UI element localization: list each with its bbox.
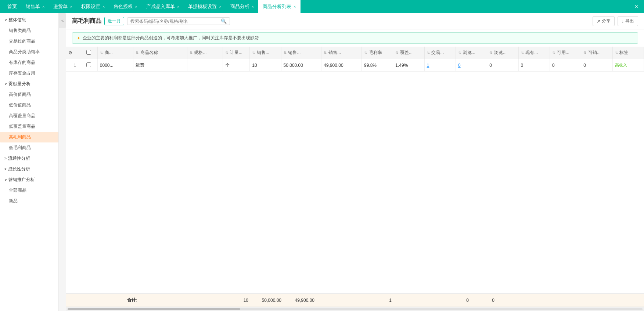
nav-item-角色授权[interactable]: 角色授权× [109,0,141,13]
scrollbar-track [68,308,643,310]
sidebar-group-成长性分析[interactable]: >成长性分析 [0,164,58,174]
sidebar-group-贡献量分析[interactable]: ∨贡献量分析 [0,79,58,89]
col-header-1[interactable]: ⇅ 商品名称 [133,47,187,59]
sidebar-item-全部商品[interactable]: 全部商品 [0,185,58,196]
col-header-5[interactable]: ⇅ 销售... [281,47,321,59]
sidebar-item-高覆盖量商品[interactable]: 高覆盖量商品 [0,111,58,121]
expand-arrow-icon: > [4,156,7,160]
sidebar-item-低价值商品[interactable]: 低价值商品 [0,100,58,111]
table-settings-col[interactable]: ⚙ [66,47,84,59]
footer-available: 0 [469,298,494,303]
nav-item-商品分析[interactable]: 商品分析× [226,0,258,13]
col-header-6[interactable]: ⇅ 销售... [321,47,362,59]
nav-close-销售单[interactable]: × [42,4,44,9]
sort-icon: ⇅ [252,51,256,55]
nav-item-销售单[interactable]: 销售单× [21,0,49,13]
row-number: 1 [66,59,84,72]
sidebar-item-销售类商品[interactable]: 销售类商品 [0,25,58,36]
col-header-9[interactable]: ⇅ 交易... [424,47,456,59]
share-icon: ↗ [597,19,600,24]
sidebar-item-高价值商品[interactable]: 高价值商品 [0,89,58,100]
period-button[interactable]: 近一月 [104,17,124,25]
sidebar-item-商品分类助销率[interactable]: 商品分类助销率 [0,47,58,57]
sidebar-collapse-button[interactable]: « [59,13,66,28]
sidebar-item-新品[interactable]: 新品 [0,196,58,206]
product-name: 运费 [133,59,187,72]
table-row: 10000...运费个1050,000.0049,900.0099.8%1.49… [66,59,644,72]
browse1: 0 [456,59,487,72]
nav-item-首页[interactable]: 首页 [3,0,21,13]
nav-item-商品分析列表[interactable]: 商品分析列表× [258,0,300,13]
sidebar-item-交易过的商品[interactable]: 交易过的商品 [0,36,58,47]
expand-arrow-icon: ∨ [4,82,7,86]
sales-amount: 50,000.00 [281,59,321,72]
export-icon: ↓ [622,19,624,24]
footer-label: 合计: [127,297,171,303]
nav-close-单据模板设置[interactable]: × [219,4,221,9]
info-banner: ✦ 企业的主要的利润都是这部分商品创造的，可考虑加大推广，同时关注库存是不要出现… [72,32,638,44]
sidebar-item-低毛利商品[interactable]: 低毛利商品 [0,142,58,153]
sidebar-item-低覆盖量商品[interactable]: 低覆盖量商品 [0,121,58,132]
sidebar-item-库存资金占用[interactable]: 库存资金占用 [0,68,58,79]
nav-close-角色授权[interactable]: × [135,4,137,9]
sidebar-group-营销推广分析[interactable]: ∨营销推广分析 [0,174,58,185]
col-header-7[interactable]: ⇅ 毛利率 [361,47,393,59]
sort-icon: ⇅ [100,51,104,55]
col-header-8[interactable]: ⇅ 覆盖... [393,47,424,59]
col-header-12[interactable]: ⇅ 现有... [518,47,550,59]
close-all-button[interactable]: × [632,3,641,10]
search-icon[interactable]: 🔍 [221,18,227,24]
expand-arrow-icon: ∨ [4,18,7,22]
nav-item-产成品入库单[interactable]: 产成品入库单× [142,0,184,13]
sales-qty: 10 [250,59,281,72]
col-header-13[interactable]: ⇅ 可用... [550,47,581,59]
select-all-checkbox[interactable] [86,50,91,55]
col-header-2[interactable]: ⇅ 规格... [187,47,223,59]
horizontal-scrollbar[interactable] [66,307,644,311]
product-tag: 高收入 [612,59,644,72]
sort-icon: ⇅ [190,51,194,55]
sidebar-group-流通性分析[interactable]: >流通性分析 [0,153,58,164]
main-layout: ∨整体信息销售类商品交易过的商品商品分类助销率有库存的商品库存资金占用∨贡献量分… [0,13,644,311]
share-button[interactable]: ↗ 分享 [593,16,615,26]
col-header-15[interactable]: ⇅ 标签 [612,47,644,59]
nav-item-进货单[interactable]: 进货单× [49,0,76,13]
col-header-10[interactable]: ⇅ 浏览... [456,47,487,59]
nav-item-单据模板设置[interactable]: 单据模板设置× [184,0,226,13]
nav-close-商品分析列表[interactable]: × [294,4,296,9]
sidebar-item-高毛利商品[interactable]: 高毛利商品 [0,132,58,142]
search-input[interactable] [130,19,221,24]
table-checkbox-col [84,47,98,59]
col-header-14[interactable]: ⇅ 可销... [581,47,612,59]
info-banner-text: 企业的主要的利润都是这部分商品创造的，可考虑加大推广，同时关注库存是不要出现缺货 [83,35,259,41]
sort-icon: ⇅ [489,51,493,55]
search-box: 🔍 [127,17,230,25]
row-checkbox-input[interactable] [86,62,91,67]
col-header-11[interactable]: ⇅ 浏览... [487,47,518,59]
nav-close-产成品入库单[interactable]: × [177,4,179,9]
col-header-4[interactable]: ⇅ 销售... [250,47,281,59]
col-header-3[interactable]: ⇅ 计量... [223,47,250,59]
sort-icon: ⇅ [583,51,587,55]
product-code: 0000... [97,59,133,72]
settings-icon[interactable]: ⚙ [68,50,72,55]
col-header-0[interactable]: ⇅ 商... [97,47,133,59]
nav-close-商品分析[interactable]: × [252,4,254,9]
export-button[interactable]: ↓ 导出 [618,16,638,26]
sidebar: ∨整体信息销售类商品交易过的商品商品分类助销率有库存的商品库存资金占用∨贡献量分… [0,13,59,311]
gross-rate: 99.8% [361,59,393,72]
sort-icon: ⇅ [615,51,619,55]
data-table: ⚙⇅ 商...⇅ 商品名称⇅ 规格...⇅ 计量...⇅ 销售...⇅ 销售..… [66,47,644,72]
sidebar-group-整体信息[interactable]: ∨整体信息 [0,15,58,25]
table-header-row: ⚙⇅ 商...⇅ 商品名称⇅ 规格...⇅ 计量...⇅ 销售...⇅ 销售..… [66,47,644,59]
sidebar-item-有库存的商品[interactable]: 有库存的商品 [0,57,58,68]
browse2: 0 [487,59,518,72]
nav-item-权限设置[interactable]: 权限设置× [77,0,109,13]
scrollbar-thumb[interactable] [68,308,240,310]
sort-icon: ⇅ [521,51,525,55]
nav-close-权限设置[interactable]: × [102,4,105,9]
nav-close-进货单[interactable]: × [70,4,72,9]
sales-amount2: 49,900.00 [321,59,362,72]
sort-icon: ⇅ [225,51,229,55]
data-table-wrapper: ⚙⇅ 商...⇅ 商品名称⇅ 规格...⇅ 计量...⇅ 销售...⇅ 销售..… [66,47,644,293]
